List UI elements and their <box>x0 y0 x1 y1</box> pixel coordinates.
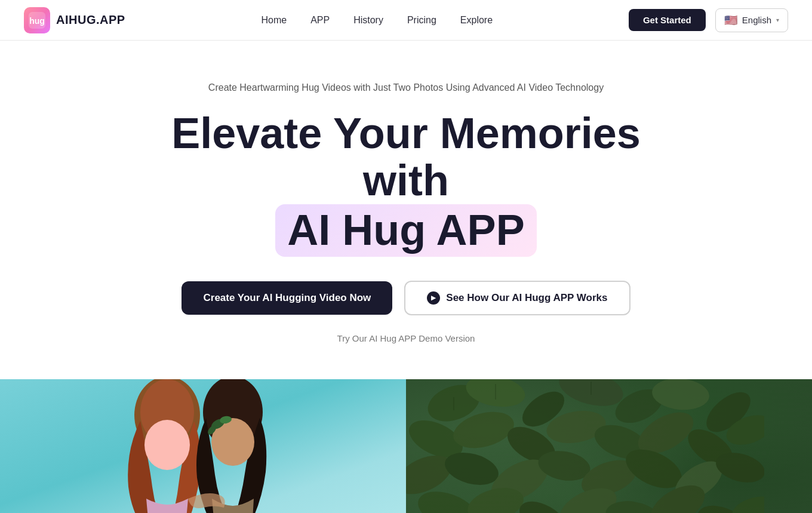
leaf-svg <box>406 379 764 513</box>
navbar: hug AIHUG.APP Home APP History Pricing E… <box>0 0 812 41</box>
hero-buttons: Create Your AI Hugging Video Now ▶ See H… <box>182 281 630 315</box>
nav-history[interactable]: History <box>353 15 383 26</box>
language-label: English <box>742 15 771 25</box>
flag-icon: 🇺🇸 <box>724 14 737 27</box>
see-how-label: See How Our AI Hugg APP Works <box>446 292 607 304</box>
chevron-down-icon: ▾ <box>776 17 779 23</box>
nav-links: Home APP History Pricing Explore <box>261 15 493 26</box>
svg-point-4 <box>144 420 190 470</box>
hero-subtitle: Create Heartwarming Hug Videos with Just… <box>208 82 604 93</box>
see-how-button[interactable]: ▶ See How Our AI Hugg APP Works <box>404 281 630 315</box>
people-illustration <box>12 379 394 513</box>
nav-app[interactable]: APP <box>310 15 330 26</box>
get-started-button[interactable]: Get Started <box>629 9 706 31</box>
svg-point-40 <box>729 492 764 513</box>
logo-link[interactable]: hug AIHUG.APP <box>24 7 125 33</box>
image-right <box>406 379 812 513</box>
create-video-button[interactable]: Create Your AI Hugging Video Now <box>182 281 392 315</box>
image-left <box>0 379 406 513</box>
hero-section: Create Heartwarming Hug Videos with Just… <box>0 41 812 373</box>
nav-pricing[interactable]: Pricing <box>407 15 436 26</box>
svg-text:hug: hug <box>29 16 45 26</box>
teal-background <box>0 379 406 513</box>
svg-point-15 <box>651 379 710 412</box>
leaf-pattern <box>406 379 812 513</box>
hero-title-line1: Elevate Your Memories with <box>171 109 641 204</box>
play-icon: ▶ <box>427 291 440 305</box>
demo-link[interactable]: Try Our AI Hug APP Demo Version <box>337 333 475 343</box>
nav-explore[interactable]: Explore <box>460 15 493 26</box>
language-selector[interactable]: 🇺🇸 English ▾ <box>715 8 788 32</box>
logo-icon: hug <box>24 7 50 33</box>
nav-home[interactable]: Home <box>261 15 287 26</box>
hero-title-highlight: AI Hug APP <box>275 204 536 256</box>
hero-title: Elevate Your Memories with AI Hug APP <box>137 110 675 257</box>
image-section <box>0 379 812 513</box>
nav-actions: Get Started 🇺🇸 English ▾ <box>629 8 788 32</box>
logo-text: AIHUG.APP <box>56 13 125 27</box>
